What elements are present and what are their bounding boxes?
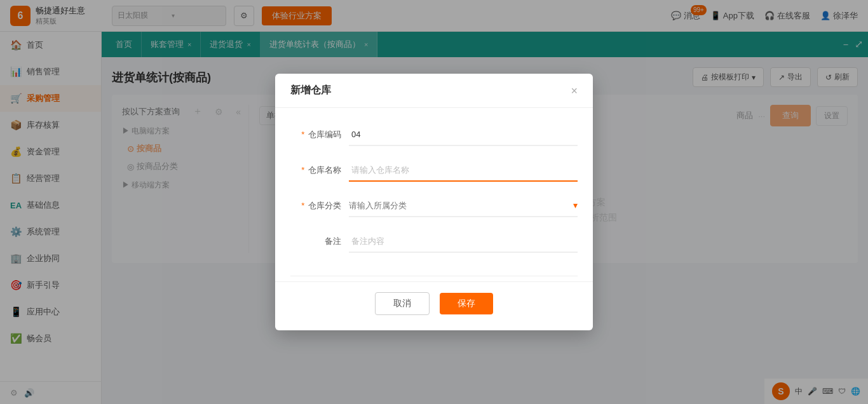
modal-divider [290,276,578,276]
form-row-category: * 仓库分类 ▾ [290,194,578,217]
modal-overlay[interactable]: 新增仓库 × * 仓库编码 [102,57,868,404]
modal-footer: 取消 保存 [275,281,593,330]
form-row-name: * 仓库名称 [290,159,578,182]
modal-title: 新增仓库 [290,84,331,97]
name-label: * 仓库名称 [290,165,341,176]
category-select[interactable]: ▾ [349,194,578,217]
code-input[interactable] [349,123,578,146]
cancel-button[interactable]: 取消 [375,292,430,315]
main-layout: 🏠 首页 📊 销售管理 🛒 采购管理 📦 库存核算 💰 资金管理 📋 经营管理 … [0,32,868,404]
modal-header: 新增仓库 × [275,74,593,108]
category-required-mark: * [301,201,304,210]
modal-close-button[interactable]: × [571,85,578,97]
page-content: 进货单统计(按商品) 🖨 按模板打印 ▾ ↗ 导出 ↺ 刷新 [102,57,868,404]
main-area: 首页 账套管理 × 进货退货 × 进货单统计表（按商品） × － ⤢ [102,32,868,404]
remark-label: 备注 [290,236,341,247]
new-warehouse-modal: 新增仓库 × * 仓库编码 [275,74,593,330]
name-required-mark: * [301,165,304,175]
name-input[interactable] [349,159,578,182]
code-label: * 仓库编码 [290,129,341,140]
form-row-code: * 仓库编码 [290,123,578,146]
code-required-mark: * [301,130,304,139]
remark-input[interactable] [349,230,578,253]
form-row-remark: 备注 [290,230,578,253]
chevron-down-icon: ▾ [573,200,578,210]
category-label: * 仓库分类 [290,200,341,212]
category-input[interactable] [349,201,573,210]
save-button[interactable]: 保存 [440,293,493,314]
modal-body: * 仓库编码 * 仓库名称 [275,108,593,276]
